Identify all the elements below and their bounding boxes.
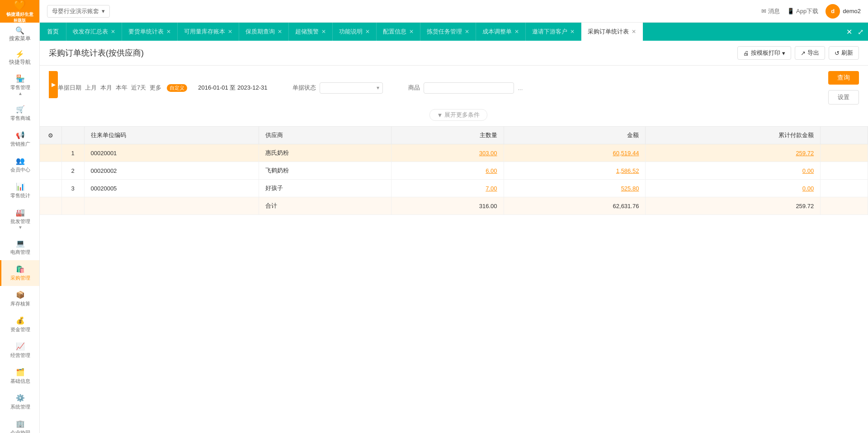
status-select[interactable]: 待审核 已审核 已关闭 <box>320 82 383 94</box>
footer-paid: 259.72 <box>646 197 821 215</box>
sidebar-item-ecom[interactable]: 💻 电商管理 <box>0 234 39 260</box>
goods-input[interactable] <box>424 82 514 94</box>
sidebar-item-retail-mall[interactable]: 🛒 零售商城 <box>0 100 39 126</box>
sidebar-item-system[interactable]: ⚙️ 系统管理 <box>0 389 39 415</box>
user-name: demo2 <box>843 8 861 14</box>
sidebar: 🧡 畅捷通好生意 标题版 🔍 搜索菜单 ⚡ 快捷导航 🏪 零售管理 ▲ 🛒 零售… <box>0 0 40 433</box>
filter-collapse-btn[interactable]: ▶ <box>49 71 58 98</box>
row-amount: 525.80 <box>504 180 646 197</box>
tab-picking-task[interactable]: 拣货任务管理 ✕ <box>420 23 476 41</box>
shortcut-this-month[interactable]: 本月 <box>100 84 112 92</box>
footer-settings <box>40 197 61 215</box>
shortcut-this-year[interactable]: 本年 <box>116 84 127 92</box>
tab-maximize[interactable]: ⤢ <box>857 27 864 37</box>
filter-area: ▶ 单据日期 上月 本月 本年 近7天 更多 自定义 <box>40 66 868 127</box>
sidebar-shortcut[interactable]: ⚡ 快捷导航 <box>0 46 39 70</box>
sidebar-item-operations[interactable]: 📈 经营管理 <box>0 338 39 363</box>
footer-label: 合计 <box>259 197 392 215</box>
sidebar-item-marketing[interactable]: 📢 营销推广 <box>0 126 39 152</box>
sidebar-item-base[interactable]: 🗂️ 基础信息 <box>0 363 39 389</box>
row-paid: 0.00 <box>646 180 821 197</box>
workspace-selector[interactable]: 母婴行业演示账套 ▾ <box>47 5 110 18</box>
sidebar-item-purchase[interactable]: 🛍️ 采购管理 <box>0 260 39 286</box>
footer-extra <box>821 197 868 215</box>
tab-invite-downstream[interactable]: 邀请下游客户 ✕ <box>526 23 581 41</box>
sidebar-item-finance[interactable]: 💰 资金管理 <box>0 312 39 338</box>
date-shortcuts: 上月 本月 本年 近7天 更多 <box>85 84 161 92</box>
export-button[interactable]: ↗ 导出 <box>795 46 825 60</box>
date-tag: 自定义 <box>167 84 187 92</box>
sidebar-item-member[interactable]: 👥 会员中心 <box>0 152 39 178</box>
tab-receive-summary[interactable]: 收发存汇总表 ✕ <box>66 23 122 41</box>
page-title: 采购订单统计表(按供应商) <box>49 48 144 64</box>
print-icon: 🖨 <box>743 50 749 57</box>
sidebar-item-enterprise[interactable]: 🏢 企业协同 <box>0 415 39 433</box>
tab-close-all[interactable]: ✕ <box>845 27 853 37</box>
table-row: 3 00020005 好孩子 7.00 525.80 0.00 <box>40 180 868 197</box>
row-paid-link[interactable]: 0.00 <box>802 185 814 192</box>
tab-function-desc[interactable]: 功能说明 ✕ <box>333 23 377 41</box>
sidebar-search[interactable]: 🔍 搜索菜单 <box>0 23 39 46</box>
print-button[interactable]: 🖨 按模板打印 ▾ <box>737 46 791 60</box>
tab-order-summary[interactable]: 要货单统计表 ✕ <box>122 23 178 41</box>
tab-close-config[interactable]: ✕ <box>409 29 414 35</box>
sidebar-item-retail-stat[interactable]: 📊 零售统计 <box>0 178 39 204</box>
user-menu[interactable]: d demo2 <box>826 4 861 19</box>
status-filter: 单据状态 待审核 已审核 已关闭 <box>292 82 383 94</box>
tab-expiry[interactable]: 保质期查询 ✕ <box>239 23 289 41</box>
query-button[interactable]: 查询 <box>828 71 859 85</box>
row-code: 00020001 <box>84 144 259 162</box>
refresh-button[interactable]: ↺ 刷新 <box>829 46 859 60</box>
tab-close-purchase-stat[interactable]: ✕ <box>632 29 636 35</box>
tab-close-invite-downstream[interactable]: ✕ <box>570 29 575 35</box>
row-amount-link[interactable]: 1,586.52 <box>616 167 639 174</box>
table-row: 2 00020002 飞鹤奶粉 6.00 1,586.52 0.00 <box>40 162 868 180</box>
tab-close-picking-task[interactable]: ✕ <box>465 29 469 35</box>
export-icon: ↗ <box>801 50 806 57</box>
refresh-icon: ↺ <box>835 50 840 57</box>
tab-purchase-stat[interactable]: 采购订单统计表 ✕ <box>581 23 643 41</box>
shortcut-last-month[interactable]: 上月 <box>85 84 97 92</box>
tab-close-cost-adjust[interactable]: ✕ <box>514 29 519 35</box>
table-footer-row: 合计 316.00 62,631.76 259.72 <box>40 197 868 215</box>
tab-cost-adjust[interactable]: 成本调整单 ✕ <box>476 23 526 41</box>
row-amount-link[interactable]: 525.80 <box>621 185 639 192</box>
settings-button[interactable]: 设置 <box>828 90 859 105</box>
shortcut-more[interactable]: 更多 <box>150 84 161 92</box>
app-download-btn[interactable]: 📱 App下载 <box>787 7 818 15</box>
row-paid-link[interactable]: 259.72 <box>796 150 814 157</box>
shortcut-7days[interactable]: 近7天 <box>131 84 146 92</box>
th-settings: ⚙ <box>40 127 61 144</box>
row-paid-link[interactable]: 0.00 <box>802 167 814 174</box>
column-settings-icon[interactable]: ⚙ <box>48 132 53 139</box>
row-amount-link[interactable]: 60,519.44 <box>613 150 639 157</box>
tab-available-inventory[interactable]: 可用量库存账本 ✕ <box>178 23 239 41</box>
status-label: 单据状态 <box>292 84 316 92</box>
row-amount: 1,586.52 <box>504 162 646 180</box>
tab-config[interactable]: 配置信息 ✕ <box>377 23 420 41</box>
row-qty-link[interactable]: 303.00 <box>479 150 497 157</box>
tab-close-overstock[interactable]: ✕ <box>321 29 326 35</box>
workspace-label: 母婴行业演示账套 <box>52 7 99 15</box>
sidebar-item-retail[interactable]: 🏪 零售管理 ▲ <box>0 70 39 100</box>
expand-more-btn[interactable]: ▼ 展开更多条件 <box>429 109 488 121</box>
tab-close-available-inventory[interactable]: ✕ <box>228 29 232 35</box>
app-download-label: App下载 <box>796 7 818 15</box>
row-qty-link[interactable]: 7.00 <box>486 185 497 192</box>
tab-close-order-summary[interactable]: ✕ <box>166 29 171 35</box>
tab-close-expiry[interactable]: ✕ <box>278 29 282 35</box>
date-range-value: 2016-01-01 至 2023-12-31 <box>198 84 267 92</box>
page-header-actions: 🖨 按模板打印 ▾ ↗ 导出 ↺ 刷新 <box>737 46 859 65</box>
tab-overstock[interactable]: 超储预警 ✕ <box>289 23 333 41</box>
tab-home[interactable]: 首页 <box>40 23 66 41</box>
th-paid: 累计付款金额 <box>646 127 821 144</box>
sidebar-nav: 🏪 零售管理 ▲ 🛒 零售商城 📢 营销推广 👥 会员中心 📊 零售统计 🏭 批… <box>0 70 39 433</box>
content: 采购订单统计表(按供应商) 🖨 按模板打印 ▾ ↗ 导出 ↺ 刷新 <box>40 41 868 433</box>
goods-more-icon[interactable]: ... <box>518 85 523 91</box>
sidebar-item-inventory[interactable]: 📦 库存核算 <box>0 286 39 312</box>
message-btn[interactable]: ✉ 消息 <box>761 7 780 15</box>
tab-close-function-desc[interactable]: ✕ <box>365 29 370 35</box>
row-qty-link[interactable]: 6.00 <box>486 167 497 174</box>
sidebar-item-wholesale[interactable]: 🏭 批发管理 ▼ <box>0 204 39 234</box>
tab-close-receive-summary[interactable]: ✕ <box>111 29 115 35</box>
